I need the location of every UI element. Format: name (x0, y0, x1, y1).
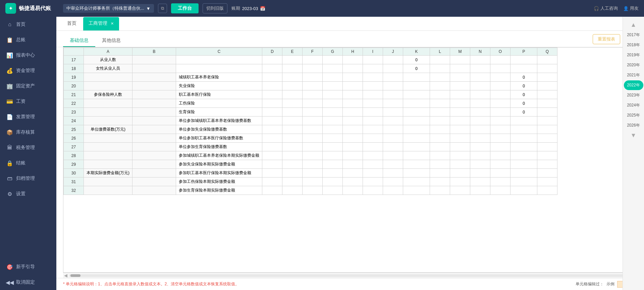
cell-col-a[interactable] (84, 143, 132, 151)
cell-empty[interactable] (363, 56, 383, 64)
cell-empty[interactable] (430, 108, 450, 117)
cell-col-a[interactable] (84, 117, 132, 125)
cell-col-a[interactable] (84, 151, 132, 160)
cell-empty[interactable] (363, 134, 383, 143)
sidebar-item-unpin[interactable]: ◀◀ 取消固定 (0, 275, 56, 290)
cell-empty[interactable] (430, 82, 450, 90)
tab-close-icon[interactable]: ✕ (111, 21, 114, 25)
cell-col-c[interactable]: 参加城镇职工基本养老保险本期实际缴费金额 (176, 151, 262, 160)
cell-empty[interactable] (303, 169, 323, 177)
cell-empty[interactable] (383, 134, 403, 143)
cell-empty[interactable] (323, 177, 343, 186)
year-down-arrow[interactable]: ▼ (629, 131, 638, 140)
cell-col-p[interactable] (511, 151, 537, 160)
cell-empty[interactable] (303, 117, 323, 125)
sidebar-item-assets[interactable]: 🏢 固定资产 (0, 78, 56, 94)
tab-home[interactable]: 首页 (62, 17, 82, 30)
cell-empty[interactable] (490, 151, 511, 160)
cell-empty[interactable] (303, 90, 323, 99)
cell-empty[interactable] (383, 108, 403, 117)
cell-empty[interactable] (490, 143, 511, 151)
cell-empty[interactable] (383, 82, 403, 90)
cell-col-c[interactable]: 生育保险 (176, 108, 262, 117)
cell-empty[interactable] (470, 99, 490, 108)
cell-empty[interactable] (450, 151, 470, 160)
cell-empty[interactable] (262, 90, 282, 99)
cell-col-b[interactable] (132, 186, 176, 195)
cell-col-c[interactable]: 参加职工基本医疗保险本期实际缴费金额 (176, 169, 262, 177)
cell-empty[interactable] (323, 90, 343, 99)
cell-col-k[interactable] (403, 186, 430, 195)
cell-col-c[interactable]: 参加失业保险本期实际缴费金额 (176, 160, 262, 169)
cell-empty[interactable] (303, 186, 323, 195)
cell-col-q[interactable] (537, 73, 557, 82)
year-item[interactable]: 2022年 (624, 80, 643, 90)
cell-empty[interactable] (262, 117, 282, 125)
cell-col-b[interactable] (132, 177, 176, 186)
cell-empty[interactable] (450, 82, 470, 90)
cell-empty[interactable] (323, 64, 343, 73)
cell-empty[interactable] (343, 82, 363, 90)
cell-col-b[interactable] (132, 143, 176, 151)
cell-empty[interactable] (490, 134, 511, 143)
cell-col-p[interactable] (511, 125, 537, 134)
year-item[interactable]: 2017年 (624, 30, 643, 40)
cell-empty[interactable] (430, 90, 450, 99)
cell-empty[interactable] (450, 108, 470, 117)
cell-col-c[interactable]: 单位参加城镇职工基本养老保险缴费基数 (176, 117, 262, 125)
cell-empty[interactable] (262, 125, 282, 134)
cell-empty[interactable] (470, 151, 490, 160)
cell-col-q[interactable] (537, 169, 557, 177)
cell-col-k[interactable] (403, 99, 430, 108)
cell-empty[interactable] (490, 169, 511, 177)
cell-col-q[interactable] (537, 134, 557, 143)
cell-col-a[interactable] (84, 82, 132, 90)
cell-empty[interactable] (430, 125, 450, 134)
cell-empty[interactable] (490, 56, 511, 64)
cell-empty[interactable] (303, 56, 323, 64)
cell-empty[interactable] (470, 90, 490, 99)
cell-col-q[interactable] (537, 108, 557, 117)
cell-empty[interactable] (262, 73, 282, 82)
h-scrollbar[interactable]: ◀ ▶ (63, 273, 637, 278)
cell-col-a[interactable]: 参保各险种人数 (84, 90, 132, 99)
cell-empty[interactable] (303, 177, 323, 186)
cell-col-p[interactable]: 0 (511, 99, 537, 108)
cell-empty[interactable] (343, 64, 363, 73)
cell-col-k[interactable] (403, 169, 430, 177)
cell-empty[interactable] (303, 82, 323, 90)
cell-empty[interactable] (262, 186, 282, 195)
cell-empty[interactable] (343, 117, 363, 125)
cell-col-q[interactable] (537, 151, 557, 160)
cell-empty[interactable] (470, 177, 490, 186)
cell-col-b[interactable] (132, 151, 176, 160)
cell-col-q[interactable] (537, 160, 557, 169)
company-selector[interactable]: 中审众环会计师事务所（特殊普通合伙... ▼ (63, 4, 154, 13)
cell-col-c[interactable]: 参加工伤保险本期实际缴费金额 (176, 177, 262, 186)
sidebar-item-close[interactable]: 🔒 结账 (0, 155, 56, 171)
cell-empty[interactable] (262, 160, 282, 169)
year-item[interactable]: 2021年 (624, 70, 643, 80)
cell-col-b[interactable] (132, 73, 176, 82)
cell-empty[interactable] (450, 125, 470, 134)
cell-empty[interactable] (262, 99, 282, 108)
cell-empty[interactable] (430, 99, 450, 108)
cell-empty[interactable] (282, 56, 303, 64)
cell-empty[interactable] (430, 177, 450, 186)
cell-empty[interactable] (470, 143, 490, 151)
copy-button[interactable]: ⧉ (158, 4, 167, 13)
cell-empty[interactable] (430, 143, 450, 151)
cell-empty[interactable] (490, 160, 511, 169)
cell-empty[interactable] (303, 99, 323, 108)
cell-col-q[interactable] (537, 186, 557, 195)
cell-empty[interactable] (343, 90, 363, 99)
cell-empty[interactable] (450, 160, 470, 169)
cell-empty[interactable] (363, 64, 383, 73)
cell-col-q[interactable] (537, 99, 557, 108)
cell-col-b[interactable] (132, 117, 176, 125)
cell-empty[interactable] (490, 64, 511, 73)
workbench-button[interactable]: 工作台 (171, 3, 199, 13)
cell-col-c[interactable]: 单位参加生育保险缴费基数 (176, 143, 262, 151)
cell-empty[interactable] (363, 82, 383, 90)
cell-empty[interactable] (343, 177, 363, 186)
